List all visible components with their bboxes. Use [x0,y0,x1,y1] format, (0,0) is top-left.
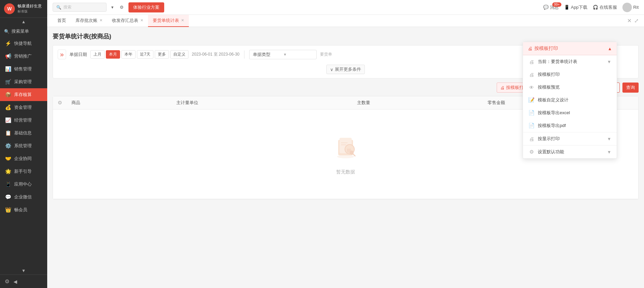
empty-icon [332,133,359,165]
dropdown-section-display-print[interactable]: 🖨 按显示打印 ▼ [523,132,617,145]
user-avatar-area[interactable]: Rit [622,3,639,12]
settings-icon[interactable]: ⚙ [5,278,9,285]
sidebar-item-app-center[interactable]: 📱 应用中心 [0,178,47,191]
template-pdf-label: 按模板导出pdf [538,123,566,129]
sidebar-item-label: 系统管理 [14,143,32,149]
header-settings-button[interactable]: ⚙ [118,3,125,11]
tab-expand-icon[interactable]: ⤢ [634,18,639,24]
date-btn-prev-month[interactable]: 上月 [90,50,105,59]
search-icon: 🔍 [4,29,9,34]
message-button[interactable]: 💬 消息 99+ [543,4,559,10]
sidebar-bottom: ⚙ ◀ [0,275,47,288]
sidebar-scroll-up[interactable]: ▲ [0,18,47,26]
date-btn-current-year[interactable]: 本年 [121,50,136,59]
print-dropdown-menu: 🖨 按模板打印 ▲ 🖨 当前：要货单统计表 ▼ 🖨 按模板打印 👁 按模板预览 … [523,42,617,159]
dropdown-item-template-excel[interactable]: 📄 按模板导出excel [523,106,617,119]
sidebar-item-marketing[interactable]: 📢 营销推广 [0,50,47,63]
app-download-icon: 📱 [564,5,569,10]
display-print-left: 🖨 按显示打印 [528,136,560,142]
tab-close-order-stats[interactable]: ✕ [181,18,184,23]
sidebar-item-newbie[interactable]: 🌟 新手引导 [0,165,47,178]
sidebar-item-basic[interactable]: 📋 基础信息 [0,127,47,139]
sidebar-item-enterprise[interactable]: 🤝 企业协同 [0,152,47,165]
dropdown-header: 🖨 按模板打印 ▲ [523,42,617,55]
trial-button[interactable]: 体验行业方案 [128,2,164,12]
online-service-button[interactable]: 🎧 在线客服 [593,4,617,10]
tab-close-receipt-summary[interactable]: ✕ [140,18,143,23]
tab-close-all-icon[interactable]: ✕ [627,18,632,24]
tab-bar: 首页 库存批次账 ✕ 收发存汇总表 ✕ 要货单统计表 ✕ ✕ ⤢ [47,15,644,27]
set-default-icon: ⚙ [528,149,534,155]
header-search-placeholder: 搜索 [63,4,71,10]
header-search-box[interactable]: 🔍 搜索 [53,3,107,12]
sidebar-search-item[interactable]: 🔍 搜索菜单 [0,26,47,37]
sidebar-item-inventory[interactable]: 📦 库存核算 [0,88,47,101]
tab-close-inventory-batch[interactable]: ✕ [99,18,103,23]
dropdown-item-template-print[interactable]: 🖨 按模板打印 [523,68,617,81]
sidebar-item-member[interactable]: 👑 畅会员 [0,203,47,216]
print-icon: 🖨 [500,85,505,90]
sidebar-item-label: 企业协同 [14,156,32,162]
tab-order-stats[interactable]: 要货单统计表 ✕ [148,15,189,27]
filter-expand-button[interactable]: » [58,50,66,59]
sidebar-item-label: 快捷导航 [14,40,32,46]
date-btn-current-month[interactable]: 本月 [106,50,120,59]
sidebar-item-finance[interactable]: 💰 资金管理 [0,101,47,114]
dropdown-item-template-pdf[interactable]: 📄 按模板导出pdf [523,119,617,132]
tab-inventory-batch[interactable]: 库存批次账 ✕ [71,15,107,27]
online-service-icon: 🎧 [593,5,598,10]
sidebar-logo-info: 畅康通好生意 标准版 [18,4,42,14]
sidebar-item-label: 采购管理 [14,79,32,85]
expand-chevron-icon: » [60,51,64,58]
app-download-button[interactable]: 📱 App下载 [564,4,587,10]
date-btn-last-7days[interactable]: 近7天 [137,50,153,59]
dropdown-item-template-preview[interactable]: 👁 按模板预览 [523,81,617,94]
order-type-select[interactable]: 单据类型 ▾ [249,50,317,59]
tab-receipt-summary-label: 收发存汇总表 [112,18,138,24]
template-custom-icon: 📝 [528,97,534,103]
sidebar-item-purchase[interactable]: 🛒 采购管理 [0,75,47,88]
table-settings-icon[interactable]: ⚙ [58,100,62,105]
date-btn-more[interactable]: 更多 [155,50,169,59]
template-custom-label: 模板自定义设计 [538,97,568,103]
template-print-label: 按模板打印 [538,71,560,77]
template-print-icon: 🖨 [528,72,534,77]
dropdown-item-template-custom[interactable]: 📝 模板自定义设计 [523,94,617,106]
sidebar-item-label: 资金管理 [14,104,32,110]
sidebar-item-label: 新手引导 [14,168,32,174]
date-btn-custom[interactable]: 自定义 [170,50,188,59]
query-label: 查询 [626,85,635,91]
tab-home[interactable]: 首页 [53,15,71,27]
sidebar-item-label: 库存核算 [14,92,32,98]
svg-rect-9 [341,142,348,143]
display-print-icon: 🖨 [528,136,534,142]
col-product: 商品 [67,96,172,109]
dropdown-item-current[interactable]: 🖨 当前：要货单统计表 ▼ [523,55,617,68]
sidebar-scroll-down[interactable]: ▼ [0,267,47,275]
current-template-label: 当前：要货单统计表 [538,59,577,65]
sidebar-nav: ⚡ 快捷导航 📢 营销推广 📊 销售管理 🛒 采购管理 📦 库存核算 💰 资金管… [0,37,47,267]
sidebar-item-enterprise-wechat[interactable]: 💬 企业微信 [0,191,47,203]
tab-receipt-summary[interactable]: 收发存汇总表 ✕ [107,15,148,27]
sidebar-item-label: 基础信息 [14,130,32,136]
svg-point-0 [337,155,354,158]
sidebar-item-system[interactable]: ⚙️ 系统管理 [0,139,47,152]
expand-more-button[interactable]: ∨ 展开更多条件 [326,65,365,74]
dropdown-title: 🖨 按模板打印 [528,45,558,52]
template-preview-label: 按模板预览 [538,84,560,90]
set-default-label: 设置默认功能 [538,149,564,155]
sidebar-search-label: 搜索菜单 [11,28,29,34]
sidebar-item-label: 销售管理 [14,66,32,72]
sidebar-item-quick-nav[interactable]: ⚡ 快捷导航 [0,37,47,50]
dropdown-section-set-default[interactable]: ⚙ 设置默认功能 ▼ [523,145,617,158]
member-icon: 👑 [5,207,11,213]
sidebar-item-operations[interactable]: 📈 经营管理 [0,114,47,127]
marketing-icon: 📢 [5,53,11,59]
header-dropdown-button[interactable]: ▾ [110,3,115,11]
collapse-icon[interactable]: ◀ [13,279,17,284]
display-print-label: 按显示打印 [538,136,560,142]
query-button[interactable]: 查询 [622,83,639,93]
empty-text: 暂无数据 [336,169,355,175]
sidebar-item-sales[interactable]: 📊 销售管理 [0,63,47,75]
dropdown-collapse-icon[interactable]: ▲ [608,46,612,51]
